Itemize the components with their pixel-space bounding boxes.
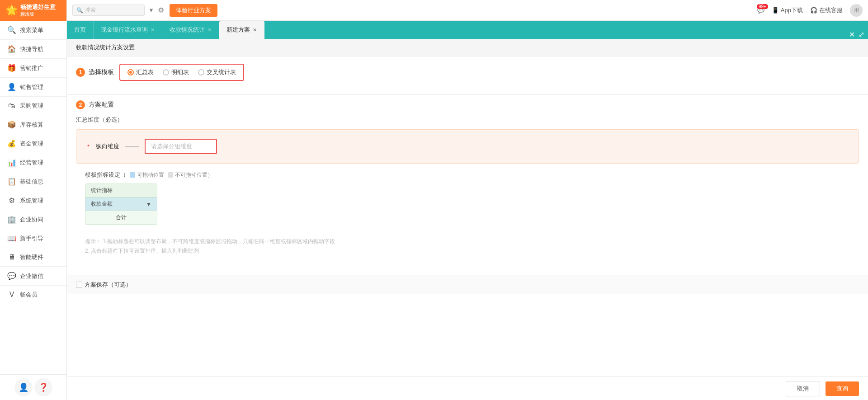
tab-bar-controls: ✕ ⤢ xyxy=(845,30,868,39)
sidebar-bottom: 👤 ❓ xyxy=(0,374,66,400)
sidebar-item-search[interactable]: 🔍 搜索菜单 xyxy=(0,21,66,40)
tab-collection-stats-label: 收款情况统计 xyxy=(170,26,205,34)
sidebar-item-management[interactable]: 📊 经营管理 xyxy=(0,153,66,172)
sidebar-item-system[interactable]: ⚙ 系统管理 xyxy=(0,191,66,210)
header: 🔍 搜索 ▼ ⚙ 体验行业方案 💬 99+ 📱 App下载 🎧 在线客服 用 xyxy=(67,0,868,21)
gear-icon[interactable]: ⚙ xyxy=(158,6,164,14)
sidebar-item-guide[interactable]: 📖 新手引导 xyxy=(0,229,66,248)
sidebar-item-label: 畅会员 xyxy=(20,291,38,299)
radio-crosstab[interactable]: 交叉统计表 xyxy=(198,68,236,76)
sidebar-item-label: 企业协同 xyxy=(20,216,43,224)
sidebar-item-label: 新手引导 xyxy=(20,235,43,243)
nondraggable-label: 不可拖动位置） xyxy=(175,171,213,179)
required-star: * xyxy=(87,143,90,150)
sidebar-item-inventory[interactable]: 📦 库存核算 xyxy=(0,115,66,134)
tab-home-label: 首页 xyxy=(74,26,86,34)
content-area: 收款情况统计方案设置 1 选择模板 汇总表 明细表 xyxy=(67,39,868,376)
dropdown-arrow[interactable]: ▼ xyxy=(148,7,154,14)
sidebar-item-hardware[interactable]: 🖥 智能硬件 xyxy=(0,248,66,267)
box-icon: 📦 xyxy=(7,120,16,129)
metric-table: 统计指标 收款金额 ▼ 合计 xyxy=(85,184,157,225)
tab-collection-stats[interactable]: 收款情况统计 ✕ xyxy=(162,21,219,39)
hint1: 提示： 1.拖动标题栏可以调整布局，不可跨维度或指标区域拖动，只能在同一维度或指… xyxy=(85,238,850,245)
sidebar-item-nav[interactable]: 🏠 快捷导航 xyxy=(0,40,66,59)
chart-icon: 📊 xyxy=(7,158,16,167)
nondraggable-legend: 不可拖动位置） xyxy=(168,171,213,179)
metrics-section: 模板指标设定（ 可拖动位置 不可拖动位置） 统计指标 xyxy=(76,171,859,233)
tab-cash-flow-close[interactable]: ✕ xyxy=(151,27,155,33)
save-checkbox-box[interactable] xyxy=(76,282,82,288)
metric-table-header: 统计指标 xyxy=(85,184,157,198)
tab-collection-stats-close[interactable]: ✕ xyxy=(208,27,212,33)
tab-new-plan[interactable]: 新建方案 ✕ xyxy=(219,21,264,39)
sidebar-item-label: 系统管理 xyxy=(20,197,43,205)
metric-name: 收款金额 xyxy=(91,200,113,208)
industry-solution-button[interactable]: 体验行业方案 xyxy=(170,4,217,17)
sidebar-item-label: 库存核算 xyxy=(20,121,43,129)
radio-crosstab-label: 交叉统计表 xyxy=(207,68,236,76)
sidebar-item-label: 企业微信 xyxy=(20,272,43,280)
tab-cash-flow[interactable]: 现金银行流水查询 ✕ xyxy=(94,21,162,39)
query-button[interactable]: 查询 xyxy=(826,381,859,396)
close-window-icon[interactable]: ✕ xyxy=(849,30,855,39)
page-header: 收款情况统计方案设置 xyxy=(67,39,868,56)
online-service-item[interactable]: 🎧 在线客服 xyxy=(810,6,843,14)
save-checkbox-label: 方案保存（可选） xyxy=(85,281,132,289)
sidebar-item-member[interactable]: V 畅会员 xyxy=(0,286,66,304)
sidebar-item-label: 搜索菜单 xyxy=(20,26,43,34)
radio-detail-label: 明细表 xyxy=(171,68,189,76)
avatar-text: 用 xyxy=(854,7,859,14)
metric-name-row[interactable]: 收款金额 ▼ xyxy=(85,198,157,211)
dimension-dropdown[interactable]: 请选择分组维度 xyxy=(145,139,217,154)
sidebar-item-collab[interactable]: 🏢 企业协同 xyxy=(0,210,66,229)
sidebar-item-finance[interactable]: 💰 资金管理 xyxy=(0,134,66,153)
enterprise-icon: 🏢 xyxy=(7,215,16,224)
metric-dropdown-icon: ▼ xyxy=(146,201,151,207)
row-dimension-label: 纵向维度 xyxy=(96,142,119,151)
tab-home[interactable]: 首页 xyxy=(67,21,94,39)
step2-header: 2 方案配置 xyxy=(76,100,859,109)
settings-icon: ⚙ xyxy=(7,196,16,205)
template-select-box: 汇总表 明细表 交叉统计表 xyxy=(119,64,244,81)
sidebar-item-purchase[interactable]: 🛍 采购管理 xyxy=(0,97,66,115)
metrics-label-text: 模板指标设定（ xyxy=(85,171,126,179)
download-label: App下载 xyxy=(781,6,803,14)
sidebar-item-label: 智能硬件 xyxy=(20,253,43,261)
radio-summary-label: 汇总表 xyxy=(136,68,154,76)
sidebar-help-btn[interactable]: ❓ xyxy=(34,378,52,396)
info-icon: 📋 xyxy=(7,177,16,186)
sidebar-item-basic[interactable]: 📋 基础信息 xyxy=(0,172,66,191)
sidebar-item-wechat[interactable]: 💬 企业微信 xyxy=(0,267,66,286)
draggable-dot xyxy=(130,172,135,178)
draggable-legend: 可拖动位置 xyxy=(130,171,164,179)
cancel-button[interactable]: 取消 xyxy=(786,381,820,396)
maximize-icon[interactable]: ⤢ xyxy=(859,30,864,39)
header-search[interactable]: 🔍 搜索 xyxy=(72,5,145,16)
user-icon: 👤 xyxy=(7,83,16,91)
radio-summary-circle xyxy=(127,69,134,75)
radio-summary[interactable]: 汇总表 xyxy=(127,68,154,76)
draggable-label: 可拖动位置 xyxy=(137,171,164,179)
sidebar-item-marketing[interactable]: 🎁 营销推广 xyxy=(0,59,66,78)
dimension-section-label: 汇总维度（必选） xyxy=(76,116,859,124)
sidebar-item-sales[interactable]: 👤 销售管理 xyxy=(0,78,66,97)
app-download-item[interactable]: 📱 App下载 xyxy=(772,6,803,14)
tab-cash-flow-label: 现金银行流水查询 xyxy=(101,26,148,34)
avatar[interactable]: 用 xyxy=(850,4,863,17)
hardware-icon: 🖥 xyxy=(7,253,16,261)
message-icon[interactable]: 💬 99+ xyxy=(757,7,764,14)
logo-text: 畅捷通好生意 xyxy=(20,3,56,11)
stats-label: 统计指标 xyxy=(91,187,113,194)
money-icon: 💰 xyxy=(7,139,16,148)
sidebar-item-label: 销售管理 xyxy=(20,83,43,91)
message-badge: 99+ xyxy=(757,4,768,9)
metric-total-row: 合计 xyxy=(85,211,157,224)
sidebar-item-label: 经营管理 xyxy=(20,159,43,167)
tab-new-plan-close[interactable]: ✕ xyxy=(253,27,257,33)
sidebar-user-btn[interactable]: 👤 xyxy=(14,378,33,396)
search-icon: 🔍 xyxy=(7,26,16,34)
logo-badge: 标准版 xyxy=(20,11,56,18)
save-checkbox[interactable]: 方案保存（可选） xyxy=(76,281,132,289)
sidebar-item-label: 基础信息 xyxy=(20,178,43,186)
radio-detail[interactable]: 明细表 xyxy=(163,68,189,76)
